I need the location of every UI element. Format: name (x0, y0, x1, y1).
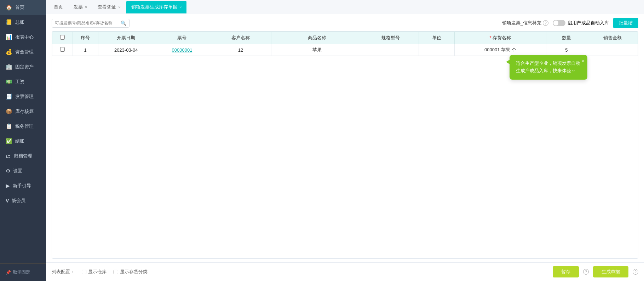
info-help-icon[interactable]: ? (543, 20, 548, 26)
row-date: 2023-03-04 (98, 44, 154, 56)
row-amount (587, 44, 638, 56)
sidebar-label-settings: 设置 (13, 168, 22, 174)
col-checkbox (52, 32, 73, 44)
tab-stock-receipt-close[interactable]: × (179, 5, 182, 9)
row-ticket-no[interactable]: 00000001 (154, 44, 210, 56)
show-category-label[interactable]: 显示存货分类 (114, 269, 148, 275)
col-unit: 单位 (419, 32, 455, 44)
search-box[interactable]: 🔍 (52, 19, 130, 28)
tax-icon: 📋 (6, 123, 12, 130)
close-accounts-icon: ✅ (6, 138, 12, 144)
sidebar-label-guide: 新手引导 (13, 183, 31, 189)
footer-bar: 列表配置： 显示仓库 显示存货分类 暂存 ? 生成单据 ? (46, 262, 644, 281)
toolbar-left: 🔍 (52, 19, 130, 28)
col-ticket-no: 票号 (154, 32, 210, 44)
tab-voucher[interactable]: 查看凭证 × (93, 1, 125, 13)
sidebar-item-archive[interactable]: 🗂 归档管理 (0, 149, 46, 164)
sidebar-item-invoice[interactable]: 🧾 发票管理 (0, 89, 46, 104)
tooltip-close-button[interactable]: × (582, 57, 585, 65)
col-date: 开票日期 (98, 32, 154, 44)
sidebar-item-funds[interactable]: 💰 资金管理 (0, 45, 46, 59)
sidebar-item-tax[interactable]: 📋 税务管理 (0, 119, 46, 134)
tab-voucher-close[interactable]: × (118, 5, 120, 9)
sidebar-label-assets: 固定资产 (15, 64, 34, 70)
sidebar-label-home: 首页 (15, 4, 24, 11)
sidebar-item-ledger[interactable]: 📒 总账 (0, 15, 46, 30)
col-inventory: * 存货名称 (454, 32, 546, 44)
sidebar-label-ledger: 总账 (15, 19, 24, 25)
tab-invoice-label: 发票 (74, 4, 83, 10)
row-unit (419, 44, 455, 56)
show-category-checkbox[interactable] (114, 270, 118, 274)
search-input[interactable] (55, 21, 119, 25)
sidebar-item-inventory[interactable]: 📦 库存核算 (0, 104, 46, 119)
tooltip-text: 适合生产型企业，销项发票自动生成产成品入库，快来体验～ (516, 61, 580, 73)
ticket-link[interactable]: 00000001 (172, 47, 192, 53)
row-product: 苹果 (271, 44, 363, 56)
sidebar-item-assets[interactable]: 🏢 固定资产 (0, 59, 46, 74)
sidebar-item-settings[interactable]: ⚙ 设置 (0, 164, 46, 178)
generate-button[interactable]: 生成单据 (593, 266, 628, 277)
tab-invoice[interactable]: 发票 × (69, 1, 92, 13)
tab-stock-receipt[interactable]: 销项发票生成库存单据 × (126, 1, 186, 13)
sidebar-label-reports: 报表中心 (15, 34, 34, 40)
sidebar-item-reports[interactable]: 📊 报表中心 (0, 30, 46, 45)
assets-icon: 🏢 (6, 64, 12, 70)
save-button[interactable]: 暂存 (553, 266, 579, 277)
row-seq: 1 (73, 44, 98, 56)
sidebar-label-archive: 归档管理 (14, 153, 32, 159)
sidebar-item-salary[interactable]: 💵 工资 (0, 74, 46, 89)
col-amount: 销售金额 (587, 32, 638, 44)
data-table: 序号 开票日期 票号 客户名称 商品名称 规格型号 单位 * 存货名称 数量 销… (52, 31, 638, 56)
sidebar-item-home[interactable]: 🏠 首页 (0, 0, 46, 15)
sidebar-label-member: 畅会员 (12, 197, 25, 204)
select-all-checkbox[interactable] (60, 35, 65, 40)
tab-invoice-close[interactable]: × (85, 5, 87, 9)
ledger-icon: 📒 (6, 19, 12, 25)
auto-warehouse-toggle[interactable] (553, 20, 565, 26)
unpin-button[interactable]: 📌 取消固定 (0, 266, 46, 278)
generate-help-icon[interactable]: ? (633, 269, 638, 275)
batch-button[interactable]: 批量结 (613, 18, 638, 28)
show-category-text: 显示存货分类 (120, 269, 148, 275)
toolbar: 🔍 销项发票_信息补充 ? 启用产成品自动入库 批量结 (52, 18, 638, 28)
col-seq: 序号 (73, 32, 98, 44)
sidebar-label-inventory: 库存核算 (15, 108, 34, 115)
info-label-text: 销项发票_信息补充 (502, 20, 541, 26)
sidebar-label-salary: 工资 (15, 79, 24, 85)
col-customer: 客户名称 (210, 32, 271, 44)
unpin-label: 取消固定 (13, 269, 30, 275)
tab-home[interactable]: 首页 (49, 1, 68, 13)
tab-home-label: 首页 (54, 4, 63, 10)
save-help-icon[interactable]: ? (583, 269, 589, 275)
pin-icon: 📌 (6, 270, 11, 275)
table-row: 1 2023-03-04 00000001 12 苹果 000001 苹果 个 … (52, 44, 638, 56)
main-content: 首页 发票 × 查看凭证 × 销项发票生成库存单据 × 🔍 (46, 0, 644, 281)
home-icon: 🏠 (6, 4, 12, 11)
funds-icon: 💰 (6, 49, 12, 55)
sidebar-item-close[interactable]: ✅ 结账 (0, 134, 46, 149)
row-inventory[interactable]: 000001 苹果 个 (454, 44, 546, 56)
row-checkbox[interactable] (60, 47, 65, 52)
tab-voucher-label: 查看凭证 (98, 4, 116, 10)
toggle-slider (553, 20, 565, 26)
show-warehouse-label[interactable]: 显示仓库 (82, 269, 107, 275)
tab-stock-receipt-label: 销项发票生成库存单据 (131, 4, 177, 10)
sidebar-item-member[interactable]: V 畅会员 (0, 193, 46, 208)
sidebar-label-invoice: 发票管理 (15, 93, 34, 100)
toggle-wrap: 启用产成品自动入库 (553, 20, 609, 26)
archive-icon: 🗂 (6, 153, 11, 159)
toggle-label: 启用产成品自动入库 (568, 20, 609, 26)
show-warehouse-checkbox[interactable] (82, 270, 86, 274)
sidebar-label-tax: 税务管理 (15, 123, 34, 130)
member-icon: V (6, 198, 9, 203)
tooltip-box: × 适合生产型企业，销项发票自动生成产成品入库，快来体验～ (510, 55, 587, 80)
sidebar: 🏠 首页 📒 总账 📊 报表中心 💰 资金管理 🏢 固定资产 💵 工资 🧾 发票… (0, 0, 46, 281)
footer-buttons: 暂存 ? 生成单据 ? (553, 266, 638, 277)
row-checkbox-cell (52, 44, 73, 56)
row-customer: 12 (210, 44, 271, 56)
salary-icon: 💵 (6, 79, 12, 85)
inventory-icon: 📦 (6, 108, 12, 115)
sidebar-item-guide[interactable]: ▶ 新手引导 (0, 178, 46, 193)
settings-icon: ⚙ (6, 168, 10, 174)
